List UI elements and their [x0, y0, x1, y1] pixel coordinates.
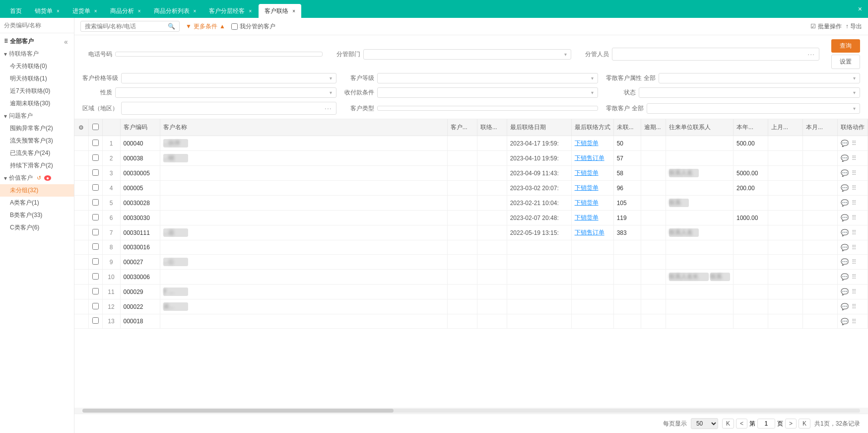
th-this-month[interactable]: 本月... — [803, 119, 838, 136]
region-select[interactable]: ··· — [121, 102, 336, 115]
current-page-input[interactable] — [757, 419, 775, 429]
refresh-icon[interactable]: ↺ — [37, 175, 41, 181]
grid-action-icon[interactable]: ⠿ — [852, 169, 857, 177]
th-level[interactable]: 客户... — [447, 119, 477, 136]
sidebar-item-overdue-pending[interactable]: 逾期未联络(30) — [0, 97, 74, 110]
row-checkbox[interactable] — [92, 154, 99, 161]
retail-customer-select[interactable]: ▾ — [647, 103, 860, 114]
row-checkbox[interactable] — [92, 199, 99, 206]
grid-action-icon[interactable]: ⠿ — [852, 229, 857, 236]
prev-page-button[interactable]: < — [736, 419, 747, 429]
row-checkbox[interactable] — [92, 273, 99, 280]
main-search-icon[interactable]: 🔍 — [168, 23, 175, 30]
th-contact[interactable]: 联络... — [477, 119, 507, 136]
chat-icon[interactable]: 💬 — [841, 318, 849, 325]
sidebar-item-a-class[interactable]: A类客户(1) — [0, 197, 74, 209]
tab-sales-close[interactable]: × — [57, 8, 60, 14]
payment-select[interactable]: ▾ — [377, 87, 599, 98]
tab-analysis-list[interactable]: 商品分析列表 × — [148, 4, 202, 18]
tab-home[interactable]: 首页 — [4, 4, 28, 18]
sidebar-item-b-class[interactable]: B类客户(33) — [0, 209, 74, 221]
row-checkbox[interactable] — [92, 214, 99, 220]
chat-icon[interactable]: 💬 — [841, 214, 849, 221]
grid-action-icon[interactable]: ⠿ — [852, 184, 857, 192]
tab-customer-contact-close[interactable]: × — [292, 8, 295, 14]
sidebar-section-value[interactable]: ▾ 价值客户 ↺ ● — [0, 172, 74, 184]
th-settings[interactable]: ⚙ — [74, 119, 88, 136]
row-checkbox[interactable] — [92, 317, 99, 324]
sidebar-item-tomorrow-pending[interactable]: 明天待联络(1) — [0, 72, 74, 85]
person-select[interactable]: ··· — [612, 48, 819, 61]
grid-action-icon[interactable]: ⠿ — [852, 140, 857, 147]
chat-icon[interactable]: 💬 — [841, 303, 849, 310]
main-search-input[interactable] — [85, 23, 166, 30]
grid-action-icon[interactable]: ⠿ — [852, 199, 857, 207]
tab-purchase-close[interactable]: × — [94, 8, 97, 14]
my-customers-checkbox[interactable] — [231, 23, 238, 30]
sidebar-section-problem[interactable]: ▾ 问题客户 — [0, 110, 74, 122]
contact-method-link[interactable]: 下销售订单 — [575, 229, 604, 236]
sidebar-search-input[interactable] — [4, 22, 74, 29]
sidebar-item-c-class[interactable]: C类客户(6) — [0, 221, 74, 234]
th-unit-contact[interactable]: 往来单位联系人 — [666, 119, 733, 136]
row-checkbox[interactable] — [92, 288, 99, 294]
tab-customer-segment-close[interactable]: × — [249, 8, 252, 14]
sidebar-item-declining[interactable]: 持续下滑客户(2) — [0, 159, 74, 172]
sidebar-item-churn-warning[interactable]: 流失预警客户(3) — [0, 135, 74, 147]
chat-icon[interactable]: 💬 — [841, 140, 849, 147]
collapse-sidebar-button[interactable]: « — [62, 38, 70, 46]
th-code[interactable]: 客户编码 — [120, 119, 160, 136]
close-all-button[interactable]: × — [856, 3, 864, 15]
chat-icon[interactable]: 💬 — [841, 184, 849, 192]
row-checkbox[interactable] — [92, 243, 99, 250]
grid-action-icon[interactable]: ⠿ — [852, 303, 857, 310]
chat-icon[interactable]: 💬 — [841, 229, 849, 236]
tab-sales[interactable]: 销货单 × — [29, 4, 66, 18]
row-checkbox[interactable] — [92, 303, 99, 309]
grid-action-icon[interactable]: ⠿ — [852, 318, 857, 325]
customer-type-input[interactable] — [377, 106, 599, 111]
last-page-button[interactable]: K — [799, 419, 810, 429]
contact-method-link[interactable]: 下销货单 — [575, 169, 599, 176]
chat-icon[interactable]: 💬 — [841, 258, 849, 266]
retail-attr-select[interactable]: ▾ — [659, 73, 860, 83]
status-select[interactable]: ▾ — [639, 87, 860, 98]
th-this-year[interactable]: 本年... — [734, 119, 768, 136]
tab-analysis[interactable]: 商品分析 × — [104, 4, 147, 18]
next-page-button[interactable]: > — [785, 419, 797, 429]
batch-operation-button[interactable]: ☑ 批量操作 — [810, 22, 841, 31]
query-button[interactable]: 查询 — [831, 39, 860, 53]
row-checkbox[interactable] — [92, 140, 99, 146]
chat-icon[interactable]: 💬 — [841, 169, 849, 177]
grid-action-icon[interactable]: ⠿ — [852, 214, 857, 221]
reset-button[interactable]: 设置 — [831, 55, 860, 69]
grid-action-icon[interactable]: ⠿ — [852, 244, 857, 251]
page-size-select[interactable]: 50 20 100 — [691, 418, 718, 429]
chat-icon[interactable]: 💬 — [841, 154, 849, 162]
th-last-month[interactable]: 上月... — [768, 119, 803, 136]
row-checkbox[interactable] — [92, 258, 99, 265]
row-checkbox[interactable] — [92, 229, 99, 235]
customer-level-select[interactable]: ▾ — [377, 73, 599, 83]
tab-analysis-close[interactable]: × — [138, 8, 141, 14]
phone-input[interactable] — [115, 52, 323, 57]
chat-icon[interactable]: 💬 — [841, 244, 849, 251]
horizontal-scrollbar[interactable] — [82, 409, 860, 413]
contact-method-link[interactable]: 下销售订单 — [575, 154, 604, 161]
sidebar-item-abnormal[interactable]: 囤购异常客户(2) — [0, 122, 74, 135]
grid-action-icon[interactable]: ⠿ — [852, 273, 857, 281]
contact-method-link[interactable]: 下销货单 — [575, 214, 599, 221]
tab-customer-contact[interactable]: 客户联络 × — [259, 4, 301, 18]
scroll-thumb[interactable] — [82, 409, 394, 413]
th-name[interactable]: 客户名称 — [160, 119, 447, 136]
th-last-contact-date[interactable]: 最后联络日期 — [507, 119, 571, 136]
gear-settings-icon[interactable]: ⚙ — [78, 124, 84, 131]
tab-purchase[interactable]: 进货单 × — [67, 4, 103, 18]
th-overdue[interactable]: 逾期... — [641, 119, 666, 136]
sidebar-item-ungrouped[interactable]: 未分组(32) — [0, 184, 74, 197]
first-page-button[interactable]: K — [722, 419, 734, 429]
contact-method-link[interactable]: 下销货单 — [575, 199, 599, 206]
sidebar-all-customers[interactable]: ⠿ 全部客户 « — [0, 33, 74, 48]
contact-method-link[interactable]: 下销货单 — [575, 140, 599, 146]
dept-select[interactable]: ▾ — [363, 49, 571, 60]
